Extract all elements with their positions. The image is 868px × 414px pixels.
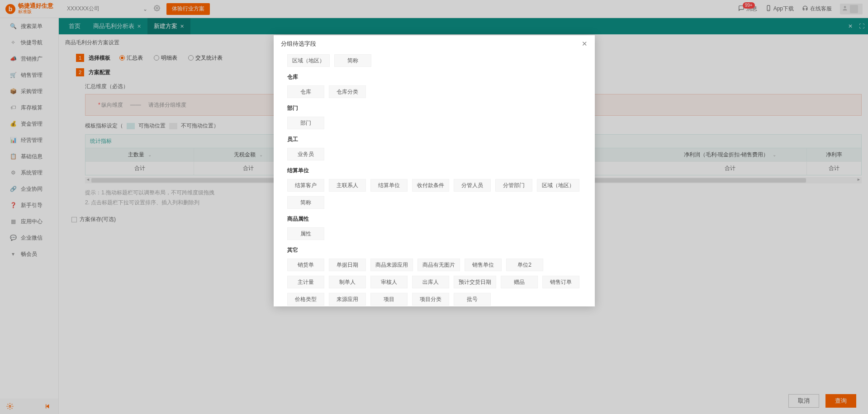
field-tag[interactable]: 简称 [334,54,371,67]
field-tag[interactable]: 项目分类 [412,293,449,306]
field-tag[interactable]: 制单人 [329,276,366,288]
field-tag[interactable]: 简称 [287,196,324,209]
field-tag[interactable]: 业务员 [287,148,324,160]
field-tag[interactable]: 项目 [370,293,408,306]
field-tag[interactable]: 销货单 [287,259,324,271]
field-tag[interactable]: 销售订单 [542,276,579,288]
field-tag[interactable]: 价格类型 [287,293,324,306]
field-tag[interactable]: 商品来源应用 [370,259,413,271]
field-picker-modal: 分组待选字段 ✕ 客户客户分类分管部门分管人员主联系方主联系人销售单位区域（地区… [274,35,595,306]
field-tag[interactable]: 来源应用 [329,293,366,306]
field-tag[interactable]: 分管部门 [495,179,532,192]
field-tag[interactable]: 单位2 [506,259,543,271]
field-tag[interactable]: 主联系人 [329,179,366,192]
field-tag[interactable]: 批号 [454,293,491,306]
field-tag[interactable]: 部门 [287,117,324,129]
field-tag[interactable]: 区域（地区） [537,179,579,192]
field-group-title: 仓库 [287,73,581,81]
field-tag[interactable]: 审核人 [370,276,408,288]
field-tag[interactable]: 仓库 [287,85,324,98]
field-tag[interactable]: 预计交货日期 [454,276,496,288]
field-tag[interactable]: 收付款条件 [412,179,449,192]
modal-title: 分组待选字段 [281,40,316,48]
field-group-title: 商品属性 [287,215,581,223]
modal-overlay: 分组待选字段 ✕ 客户客户分类分管部门分管人员主联系方主联系人销售单位区域（地区… [0,0,868,414]
field-tag[interactable]: 主计量 [287,276,324,288]
field-tag[interactable]: 商品有无图片 [417,259,460,271]
modal-close-icon[interactable]: ✕ [582,40,588,48]
field-tag[interactable]: 属性 [287,227,324,240]
field-tag[interactable]: 单据日期 [329,259,366,271]
field-tag[interactable]: 区域（地区） [287,54,330,67]
field-group-title: 结算单位 [287,167,581,174]
field-group-title: 其它 [287,246,581,254]
field-tag[interactable]: 结算单位 [370,179,408,192]
field-tag[interactable]: 销售单位 [465,259,502,271]
field-tag[interactable]: 分管人员 [454,179,491,192]
field-group-title: 员工 [287,136,581,143]
field-tag[interactable]: 出库人 [412,276,449,288]
field-group-title: 部门 [287,104,581,112]
field-tag[interactable]: 结算客户 [287,179,324,192]
field-tag[interactable]: 赠品 [501,276,538,288]
field-tag[interactable]: 仓库分类 [329,85,366,98]
